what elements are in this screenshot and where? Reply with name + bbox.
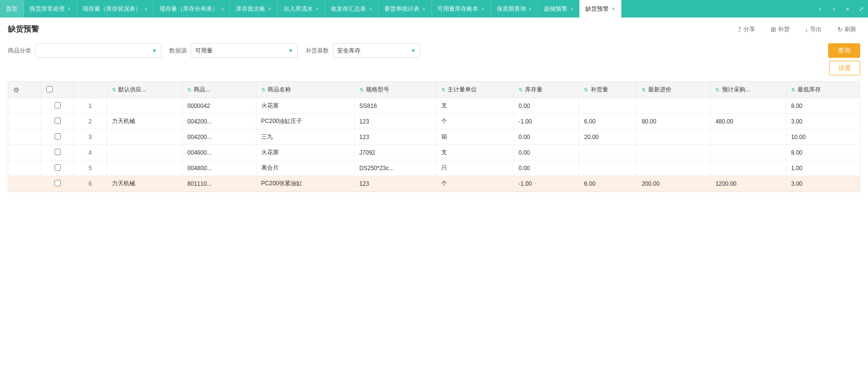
close-shortage-tab[interactable]: ×: [612, 6, 615, 12]
share-button[interactable]: ⤴ 分享: [734, 23, 759, 35]
row-spec-cell: 123: [354, 114, 436, 129]
refresh-button[interactable]: ↻ 刷新: [833, 23, 860, 35]
sort-plan-icon: ⇅: [715, 87, 719, 92]
tab-next-button[interactable]: ›: [827, 0, 841, 18]
row-checkbox[interactable]: [54, 164, 61, 171]
col-header-num: [74, 82, 107, 98]
row-name-cell: PC200油缸庄子: [256, 114, 354, 129]
tab-expiry[interactable]: 保质期查询 ×: [491, 0, 538, 18]
replenish-select[interactable]: 安全库存 ▼: [333, 43, 420, 58]
row-checkbox[interactable]: [54, 118, 61, 124]
row-supplier-cell: 力天机械: [107, 176, 182, 192]
row-checkbox[interactable]: [54, 180, 61, 186]
col-header-spec[interactable]: ⇅ 规格型号: [354, 82, 436, 98]
row-minstock-cell: 1.00: [786, 160, 860, 176]
row-check-cell[interactable]: [41, 160, 73, 176]
tab-collect[interactable]: 收发存汇总表 ×: [325, 0, 378, 18]
tab-close-button[interactable]: ×: [841, 0, 854, 18]
row-spec-cell: DS250*23c...: [354, 160, 436, 176]
refresh-icon: ↻: [837, 26, 843, 33]
row-check-cell[interactable]: [41, 145, 73, 160]
tab-prev-button[interactable]: ‹: [814, 0, 827, 18]
page-header: 缺货预警 ⤴ 分享 ⊞ 补货 ↓ 导出 ↻ 刷新: [8, 23, 860, 35]
tab-stock-dist[interactable]: 现存量（库存分布表） ×: [154, 0, 230, 18]
close-overstock-tab[interactable]: ×: [570, 6, 573, 12]
tab-exception[interactable]: 拣货异常处理 ×: [24, 0, 77, 18]
row-name-cell: 火花塞: [256, 98, 354, 114]
sort-supplier-icon: ⇅: [112, 87, 116, 92]
close-stock-dist-tab[interactable]: ×: [221, 6, 224, 12]
col-header-minstock[interactable]: ⇅ 最低库存: [786, 82, 860, 98]
close-demand-tab[interactable]: ×: [422, 6, 425, 12]
row-check-cell[interactable]: [41, 129, 73, 145]
close-available-tab[interactable]: ×: [481, 6, 484, 12]
col-header-unit[interactable]: ⇅ 主计量单位: [436, 82, 513, 98]
replenish-button[interactable]: ⊞ 补货: [767, 23, 794, 35]
row-replenish-cell: 6.00: [579, 114, 636, 129]
close-expiry-tab[interactable]: ×: [529, 6, 532, 12]
row-num-cell: 2: [74, 114, 107, 129]
category-select[interactable]: ▼: [35, 43, 162, 58]
close-exception-tab[interactable]: ×: [68, 6, 71, 12]
row-checkbox[interactable]: [54, 133, 61, 140]
tab-bar: 首页 拣货异常处理 × 现存量（库存状况表） × 现存量（库存分布表） × 库存…: [0, 0, 868, 18]
row-check-cell[interactable]: [41, 176, 73, 192]
table-settings-icon[interactable]: ⚙: [13, 86, 19, 94]
export-button[interactable]: ↓ 导出: [801, 23, 826, 35]
close-inout-tab[interactable]: ×: [316, 6, 319, 12]
col-header-replenish[interactable]: ⇅ 补货量: [579, 82, 636, 98]
col-header-gear[interactable]: ⚙: [8, 82, 41, 98]
close-collect-tab[interactable]: ×: [369, 6, 372, 12]
col-header-code[interactable]: ⇅ 商品...: [182, 82, 256, 98]
close-batch-tab[interactable]: ×: [268, 6, 271, 12]
row-minstock-cell: 8.00: [786, 145, 860, 160]
col-header-supplier[interactable]: ⇅ 默认供应...: [107, 82, 182, 98]
row-num-cell: 5: [74, 160, 107, 176]
close-stock-status-tab[interactable]: ×: [144, 6, 147, 12]
row-check-cell[interactable]: [41, 114, 73, 129]
row-name-cell: 火花塞: [256, 145, 354, 160]
row-name-cell: PC200张紧油缸: [256, 176, 354, 192]
replenish-icon: ⊞: [771, 26, 776, 33]
query-button[interactable]: 查询: [828, 43, 860, 58]
category-label: 商品分类: [8, 47, 31, 55]
col-header-plan[interactable]: ⇅ 预计采购...: [710, 82, 786, 98]
tab-shortage[interactable]: 缺货预警 ×: [579, 0, 621, 18]
sort-minstock-icon: ⇅: [791, 87, 795, 92]
row-name-cell: 三九: [256, 129, 354, 145]
sort-name-icon: ⇅: [261, 87, 265, 92]
tab-home[interactable]: 首页: [0, 0, 24, 18]
row-gear-cell: [8, 98, 41, 114]
tab-available[interactable]: 可用量库存账本 ×: [432, 0, 490, 18]
col-header-stock[interactable]: ⇅ 库存量: [513, 82, 579, 98]
row-stock-cell: -1.00: [513, 114, 579, 129]
tab-overstock[interactable]: 超储预警 ×: [538, 0, 579, 18]
col-header-check[interactable]: [41, 82, 73, 98]
replenish-filter-group: 补货基数 安全库存 ▼: [306, 43, 420, 58]
settings-button[interactable]: 设置: [829, 61, 860, 75]
row-checkbox[interactable]: [54, 102, 61, 108]
row-supplier-cell: [107, 160, 182, 176]
col-header-price[interactable]: ⇅ 最新进价: [636, 82, 710, 98]
tab-demand[interactable]: 要货单统计表 ×: [379, 0, 432, 18]
row-spec-cell: 123: [354, 176, 436, 192]
col-header-name[interactable]: ⇅ 商品名称: [256, 82, 354, 98]
row-checkbox[interactable]: [54, 149, 61, 155]
sort-unit-icon: ⇅: [441, 87, 445, 92]
row-plan-cell: 1200.00: [710, 176, 786, 192]
row-replenish-cell: [579, 145, 636, 160]
row-price-cell: [636, 129, 710, 145]
table-row: 2 力天机械 004200... PC200油缸庄子 123 个 -1.00 6…: [8, 114, 860, 129]
row-unit-cell: 个: [436, 176, 513, 192]
tab-batch[interactable]: 库存批次账 ×: [230, 0, 277, 18]
tab-expand-button[interactable]: ⤢: [854, 0, 868, 18]
table-row: 5 004800... 离合片 DS250*23c... 只 0.00 1.00: [8, 160, 860, 176]
datasource-select[interactable]: 可用量 ▼: [191, 43, 298, 58]
row-minstock-cell: 10.00: [786, 129, 860, 145]
select-all-checkbox[interactable]: [46, 86, 53, 92]
row-price-cell: [636, 160, 710, 176]
tab-stock-status[interactable]: 现存量（库存状况表） ×: [77, 0, 153, 18]
tab-inout[interactable]: 出入库流水 ×: [278, 0, 325, 18]
row-supplier-cell: 力天机械: [107, 114, 182, 129]
row-check-cell[interactable]: [41, 98, 73, 114]
